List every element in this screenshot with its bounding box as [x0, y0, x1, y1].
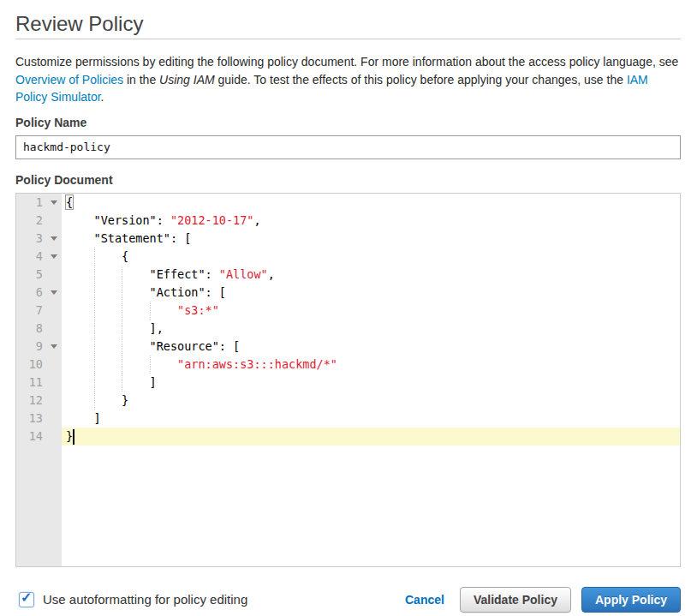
- gutter-line-number: 4: [16, 248, 62, 266]
- gutter-line-number: 10: [16, 356, 62, 374]
- gutter-line-number: 6: [16, 284, 62, 302]
- code-token: ]: [94, 411, 101, 425]
- code-line[interactable]: ]: [62, 374, 680, 392]
- intro-text-2: in the: [123, 73, 159, 87]
- indent-guide: [66, 374, 94, 392]
- indent-guide: [94, 320, 122, 338]
- code-token: "Version":: [94, 213, 170, 227]
- intro-text-3: guide. To test the effects of this polic…: [215, 73, 627, 87]
- indent-guide: [94, 284, 122, 302]
- indent-guide: [122, 266, 150, 284]
- policy-document-editor[interactable]: 1234567891011121314 {"Version": "2012-10…: [15, 193, 681, 567]
- indent-guide: [66, 338, 94, 356]
- using-iam-guide-title: Using IAM: [159, 73, 215, 87]
- code-line[interactable]: "Version": "2012-10-17",: [62, 212, 680, 230]
- policy-document-label: Policy Document: [15, 173, 681, 187]
- indent-guide: [66, 230, 94, 248]
- text-cursor: [73, 429, 74, 445]
- indent-guide: [66, 356, 94, 374]
- indent-guide: [66, 410, 94, 428]
- indent-guide: [122, 302, 150, 320]
- indent-guide: [66, 302, 94, 320]
- intro-text-1: Customize permissions by editing the fol…: [15, 55, 678, 69]
- policy-name-label: Policy Name: [15, 116, 681, 129]
- editor-lines[interactable]: {"Version": "2012-10-17","Statement": [{…: [62, 194, 680, 566]
- indent-guide: [94, 266, 122, 284]
- editor-gutter: 1234567891011121314: [16, 194, 62, 566]
- code-line[interactable]: "Resource": [: [62, 338, 680, 356]
- code-token: ,: [268, 267, 275, 281]
- fold-arrow-icon[interactable]: [51, 344, 57, 349]
- autoformat-option[interactable]: ✓ Use autoformatting for policy editing: [15, 592, 247, 607]
- code-token: }: [66, 429, 73, 443]
- apply-policy-button[interactable]: Apply Policy: [581, 587, 681, 613]
- code-token: ]: [150, 375, 157, 389]
- code-token-string: "arn:aws:s3:::hackmd/*": [177, 357, 337, 371]
- indent-guide: [66, 320, 94, 338]
- code-line[interactable]: "Effect": "Allow",: [62, 266, 680, 284]
- code-line[interactable]: "s3:*": [62, 302, 680, 320]
- code-token: "Statement": [: [94, 231, 192, 245]
- cancel-link[interactable]: Cancel: [405, 593, 444, 607]
- footer-bar: ✓ Use autoformatting for policy editing …: [15, 587, 681, 613]
- validate-policy-button[interactable]: Validate Policy: [460, 587, 571, 613]
- code-token: ,: [253, 213, 260, 227]
- code-line[interactable]: ]: [62, 410, 680, 428]
- indent-guide: [94, 356, 122, 374]
- gutter-line-number: 1: [16, 194, 62, 212]
- indent-guide: [122, 338, 150, 356]
- indent-guide: [94, 392, 122, 410]
- fold-arrow-icon[interactable]: [51, 200, 57, 205]
- code-token: "Resource": [: [150, 339, 241, 353]
- code-token: ],: [150, 321, 164, 335]
- code-line[interactable]: }: [62, 392, 680, 410]
- gutter-line-number: 13: [16, 410, 62, 428]
- gutter-line-number: 7: [16, 302, 62, 320]
- indent-guide: [122, 374, 150, 392]
- code-token-string: "2012-10-17": [170, 213, 254, 227]
- code-line[interactable]: "arn:aws:s3:::hackmd/*": [62, 356, 680, 374]
- gutter-line-number: 5: [16, 266, 62, 284]
- code-token: "Effect":: [150, 267, 219, 281]
- indent-guide: [150, 302, 178, 320]
- code-token: "Action": [: [150, 285, 226, 299]
- indent-guide: [94, 248, 122, 266]
- code-token: }: [122, 393, 128, 407]
- autoformat-label: Use autoformatting for policy editing: [43, 592, 247, 607]
- footer-actions: Cancel Validate Policy Apply Policy: [405, 587, 681, 613]
- indent-guide: [66, 248, 94, 266]
- autoformat-checkbox[interactable]: ✓: [19, 592, 34, 607]
- code-line[interactable]: {: [62, 194, 680, 212]
- indent-guide: [150, 356, 178, 374]
- code-line[interactable]: "Statement": [: [62, 230, 680, 248]
- code-token: {: [66, 195, 73, 209]
- indent-guide: [94, 338, 122, 356]
- overview-of-policies-link[interactable]: Overview of Policies: [15, 73, 123, 87]
- code-line[interactable]: ],: [62, 320, 680, 338]
- gutter-line-number: 2: [16, 212, 62, 230]
- checkmark-icon: ✓: [21, 590, 32, 606]
- indent-guide: [122, 284, 150, 302]
- intro-paragraph: Customize permissions by editing the fol…: [15, 53, 682, 106]
- indent-guide: [94, 374, 122, 392]
- policy-name-input[interactable]: [15, 135, 681, 159]
- intro-text-4: .: [101, 90, 104, 104]
- gutter-line-number: 8: [16, 320, 62, 338]
- gutter-line-number: 11: [16, 374, 62, 392]
- indent-guide: [66, 212, 94, 230]
- indent-guide: [66, 284, 94, 302]
- fold-arrow-icon[interactable]: [51, 254, 57, 259]
- code-token: {: [122, 249, 128, 263]
- fold-arrow-icon[interactable]: [51, 236, 57, 241]
- gutter-line-number: 9: [16, 338, 62, 356]
- page-title: Review Policy: [15, 13, 681, 39]
- review-policy-page: Review Policy Customize permissions by e…: [0, 13, 697, 613]
- indent-guide: [66, 392, 94, 410]
- indent-guide: [94, 302, 122, 320]
- fold-arrow-icon[interactable]: [51, 290, 57, 295]
- indent-guide: [122, 356, 150, 374]
- code-line[interactable]: {: [62, 248, 680, 266]
- code-token-string: "s3:*": [177, 303, 219, 317]
- code-line[interactable]: "Action": [: [62, 284, 680, 302]
- code-line[interactable]: }: [62, 428, 680, 446]
